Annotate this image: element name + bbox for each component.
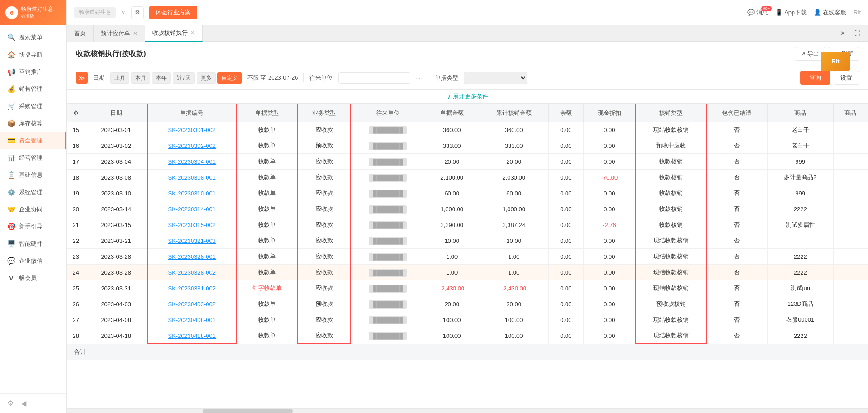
- voucher-type-select[interactable]: [464, 72, 527, 84]
- sidebar-item-hardware[interactable]: 🖥️ 智能硬件: [0, 235, 66, 252]
- customer-service-button[interactable]: 👤 在线客服: [814, 9, 846, 17]
- cell-balance: 0.00: [549, 201, 583, 217]
- cell-cash-discount: 0.00: [583, 185, 636, 201]
- sidebar-item-guide[interactable]: 🎯 新手引导: [0, 218, 66, 235]
- app-download-button[interactable]: 📱 App下载: [775, 9, 807, 17]
- date-7days[interactable]: 近7天: [173, 72, 195, 84]
- bill-no-link[interactable]: SK-20230301-002: [168, 127, 216, 133]
- query-button[interactable]: 查询: [800, 71, 830, 85]
- sidebar-item-inventory[interactable]: 📦 库存核算: [0, 115, 66, 132]
- bill-no-link[interactable]: SK-20230314-001: [168, 206, 216, 213]
- bill-no-link[interactable]: SK-20230304-001: [168, 158, 216, 165]
- gear-button[interactable]: ⚙: [131, 6, 144, 19]
- sidebar-item-quicknav[interactable]: 🏠 快捷导航: [0, 46, 66, 63]
- sidebar-item-member[interactable]: V 畅会员: [0, 270, 66, 287]
- bill-no-link[interactable]: SK-20230321-003: [168, 237, 216, 244]
- cell-no: 27: [67, 312, 85, 328]
- table-row[interactable]: 19 2023-03-10 SK-20230310-001 收款单 应收款 ██…: [67, 185, 868, 201]
- bill-no-link[interactable]: SK-20230331-002: [168, 285, 216, 292]
- table-row[interactable]: 27 2023-04-08 SK-20230408-001 收款单 应收款 ██…: [67, 312, 868, 328]
- sidebar-item-marketing[interactable]: 📢 营销推广: [0, 63, 66, 81]
- expand-more-button[interactable]: ∨ 展开更多条件: [447, 92, 488, 100]
- sidebar-item-finance[interactable]: 💳 资金管理: [0, 132, 66, 149]
- close-window-button[interactable]: ✕: [837, 28, 848, 39]
- sidebar-item-search[interactable]: 🔍 搜索菜单: [0, 29, 66, 46]
- message-button[interactable]: 💬 消息 99+: [747, 9, 768, 17]
- gear-icon: ⚙: [135, 9, 140, 16]
- sidebar-item-sales[interactable]: 💰 销售管理: [0, 81, 66, 98]
- counterpart-input[interactable]: [338, 72, 410, 84]
- bill-no-link[interactable]: SK-20230308-001: [168, 174, 216, 181]
- sidebar-item-purchase[interactable]: 🛒 采购管理: [0, 98, 66, 115]
- maximize-button[interactable]: ⛶: [852, 28, 863, 39]
- bill-no-link[interactable]: SK-20230310-001: [168, 190, 216, 197]
- tabbar: 首页 预计应付单 ✕ 收款核销执行 ✕ ✕ ⛶: [67, 25, 868, 42]
- table-row[interactable]: 22 2023-03-21 SK-20230321-003 收款单 应收款 ██…: [67, 233, 868, 249]
- footer-total-label: 合计: [67, 344, 868, 360]
- operations-icon: 📊: [7, 154, 15, 162]
- tab-home[interactable]: 首页: [67, 25, 94, 42]
- table-row[interactable]: 17 2023-03-04 SK-20230304-001 收款单 应收款 ██…: [67, 154, 868, 170]
- sidebar-label-hardware: 智能硬件: [19, 240, 42, 248]
- cell-balance: 0.00: [549, 154, 583, 170]
- sidebar-item-basic[interactable]: 📋 基础信息: [0, 166, 66, 184]
- table-row[interactable]: 26 2023-04-03 SK-20230403-002 收款单 预收款 ██…: [67, 296, 868, 312]
- date-custom[interactable]: 自定义: [217, 72, 242, 84]
- cell-offset-type: 收款核销: [636, 217, 706, 233]
- date-this-year[interactable]: 本年: [152, 72, 171, 84]
- sidebar-label-inventory: 库存核算: [19, 119, 42, 128]
- table-row[interactable]: 24 2023-03-28 SK-20230328-002 收款单 应收款 ██…: [67, 265, 868, 280]
- cell-product1: 测试jun: [767, 280, 833, 296]
- filter-more-bar: ∨ 展开更多条件: [67, 90, 868, 104]
- cell-counterpart: ████████: [351, 185, 425, 201]
- cell-date: 2023-03-14: [85, 201, 147, 217]
- table-row[interactable]: 21 2023-03-15 SK-20230315-002 收款单 应收款 ██…: [67, 217, 868, 233]
- bill-no-link[interactable]: SK-20230302-002: [168, 142, 216, 149]
- date-this-month[interactable]: 本月: [131, 72, 150, 84]
- setting-button[interactable]: 设置: [834, 71, 859, 85]
- bill-no-link[interactable]: SK-20230408-001: [168, 317, 216, 323]
- app-icon: 📱: [775, 9, 783, 16]
- sidebar-item-collab[interactable]: 🤝 企业协同: [0, 201, 66, 218]
- date-last-month[interactable]: 上月: [110, 72, 129, 84]
- table-row[interactable]: 23 2023-03-28 SK-20230328-001 收款单 应收款 ██…: [67, 249, 868, 265]
- cell-bill-amount: 360.00: [425, 122, 479, 138]
- col-balance: 余额: [549, 104, 583, 122]
- table-row[interactable]: 20 2023-03-14 SK-20230314-001 收款单 应收款 ██…: [67, 201, 868, 217]
- col-settings[interactable]: ⚙: [67, 104, 85, 122]
- filter-expand-button[interactable]: ≫: [76, 72, 88, 84]
- bill-no-link[interactable]: SK-20230403-002: [168, 301, 216, 308]
- solution-button[interactable]: 体验行业方案: [149, 6, 197, 19]
- expand-more-icon: ∨: [447, 93, 451, 100]
- bill-no-link[interactable]: SK-20230328-001: [168, 253, 216, 260]
- table-row[interactable]: 16 2023-03-02 SK-20230302-002 收款单 预收款 ██…: [67, 138, 868, 154]
- cell-bill-type: 收款单: [236, 328, 298, 344]
- tab-close-payable[interactable]: ✕: [133, 30, 137, 37]
- date-more[interactable]: 更多: [197, 72, 216, 84]
- bill-no-link[interactable]: SK-20230328-002: [168, 269, 216, 276]
- cell-product1: 2222: [767, 249, 833, 265]
- expand-icon: ≫: [79, 75, 85, 81]
- tab-payable[interactable]: 预计应付单 ✕: [94, 25, 145, 42]
- sidebar-item-operations[interactable]: 📊 经营管理: [0, 149, 66, 166]
- tab-close-collection[interactable]: ✕: [190, 30, 195, 36]
- table-row[interactable]: 18 2023-03-08 SK-20230308-001 收款单 应收款 ██…: [67, 170, 868, 185]
- col-business-type: 业务类型: [298, 104, 351, 122]
- cell-cash-discount: -2.76: [583, 217, 636, 233]
- settings-icon[interactable]: ⚙: [7, 399, 14, 408]
- sidebar-item-system[interactable]: ⚙️ 系统管理: [0, 184, 66, 201]
- table-row[interactable]: 15 2023-03-01 SK-20230301-002 收款单 应收款 ██…: [67, 122, 868, 138]
- bill-no-link[interactable]: SK-20230418-001: [168, 332, 216, 339]
- sidebar-item-wechat[interactable]: 💬 企业微信: [0, 252, 66, 270]
- tab-collection[interactable]: 收款核销执行 ✕: [145, 25, 203, 42]
- cell-bill-type: 收款单: [236, 154, 298, 170]
- bill-no-link[interactable]: SK-20230315-002: [168, 222, 216, 228]
- table-row[interactable]: 25 2023-03-31 SK-20230331-002 红字收款单 应收款 …: [67, 280, 868, 296]
- counterpart-label: 往来单位: [309, 74, 333, 82]
- cell-business-type: 应收款: [298, 154, 351, 170]
- cell-include-settled: 否: [706, 122, 768, 138]
- collapse-icon[interactable]: ◀: [21, 399, 26, 408]
- table-row[interactable]: 28 2023-04-18 SK-20230418-001 收款单 应收款 ██…: [67, 328, 868, 344]
- horizontal-scrollbar[interactable]: [67, 408, 868, 413]
- cell-business-type: 应收款: [298, 185, 351, 201]
